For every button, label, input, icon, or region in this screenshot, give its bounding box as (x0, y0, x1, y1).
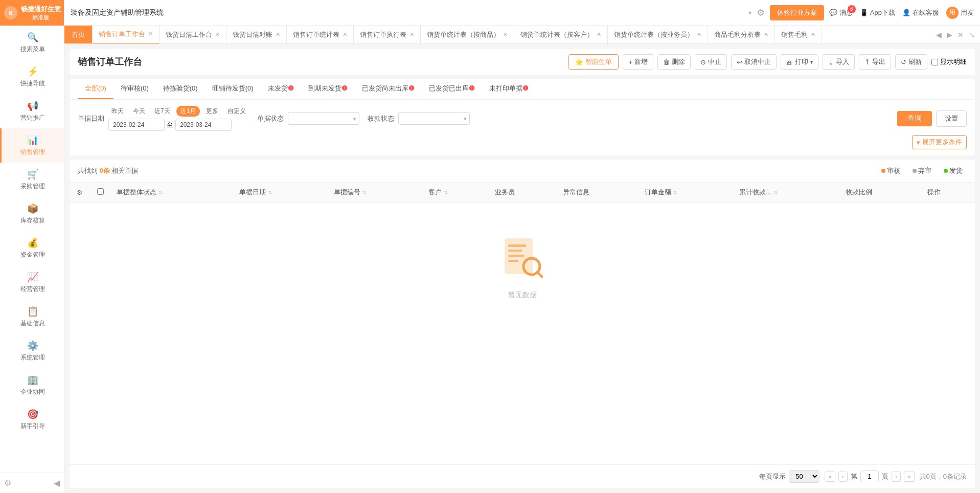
expand-conditions-btn[interactable]: ▾ 展开更多条件 (912, 135, 967, 149)
sidebar-item-operations[interactable]: 📈 经营管理 (0, 265, 64, 300)
status-select[interactable] (288, 112, 359, 125)
th-number-sort[interactable]: 单据编号 ⇅ (334, 188, 416, 197)
date-opt-1month[interactable]: 近1月 (176, 106, 200, 117)
settings-bottom-btn[interactable]: ⚙ (4, 478, 11, 488)
cancel-action-btn[interactable]: 弃审 (908, 165, 936, 177)
tab-cash-reconcile[interactable]: 钱货日清对账 ✕ (226, 26, 287, 44)
tab-cash-daily-workbench[interactable]: 钱货日清工作台 ✕ (159, 26, 226, 44)
smart-create-btn[interactable]: ⭐ 智能生单 (568, 54, 619, 70)
tab-sales-execute[interactable]: 销售订单执行表 ✕ (354, 26, 421, 44)
sidebar-item-inventory[interactable]: 📦 库存核算 (0, 197, 64, 231)
sidebar-item-purchase[interactable]: 🛒 采购管理 (0, 163, 64, 197)
sidebar-item-quick-nav[interactable]: ⚡ 快捷导航 (0, 60, 64, 94)
online-service-btn[interactable]: 👤 在线客服 (902, 8, 939, 17)
filter-tab-no-deliver[interactable]: 未发货❶ (261, 79, 301, 99)
filter-tab-all[interactable]: 全部(0) (78, 79, 113, 99)
tabs-close-current-btn[interactable]: ✕ (955, 29, 966, 41)
collapse-btn[interactable]: ◀ (54, 478, 60, 488)
sidebar-item-finance[interactable]: 💰 资金管理 (0, 231, 64, 265)
next-page-btn[interactable]: › (892, 472, 901, 482)
filter-tab-pending-audit[interactable]: 待审核(0) (113, 79, 156, 99)
industry-btn[interactable]: 体验行业方案 (770, 5, 824, 20)
app-download-btn[interactable]: 📱 App下载 (860, 8, 895, 17)
tab-2-close-icon[interactable]: ✕ (276, 31, 280, 38)
tab-7-close-icon[interactable]: ✕ (697, 31, 701, 38)
date-opt-yesterday[interactable]: 昨天 (108, 106, 127, 117)
date-opt-7days[interactable]: 近7天 (151, 106, 173, 117)
th-collected-sort[interactable]: 累计收款... ⇅ (739, 188, 833, 197)
tab-home[interactable]: 首页 (64, 26, 93, 44)
th-checkbox[interactable] (90, 183, 110, 203)
refresh-btn[interactable]: ↺ 刷新 (895, 54, 927, 70)
system-title-dropdown[interactable]: ▾ (748, 9, 751, 16)
query-btn[interactable]: 查询 (897, 111, 932, 126)
th-amount-sort[interactable]: 订单金额 ⇅ (645, 188, 727, 197)
stop-btn[interactable]: ⊙ 中止 (695, 54, 727, 70)
tab-8-close-icon[interactable]: ✕ (764, 31, 768, 38)
filter-tab-pending-pick[interactable]: 待拣验货(0) (156, 79, 205, 99)
th-customer-sort[interactable]: 客户 ⇅ (428, 188, 483, 197)
show-detail-label[interactable]: 显示明细 (931, 57, 967, 66)
message-btn[interactable]: 💬 消息 6 (829, 8, 853, 17)
tab-0-label: 销售订单工作台 (99, 30, 145, 39)
tab-0-close-icon[interactable]: ✕ (148, 31, 153, 37)
tab-gross-margin[interactable]: 商品毛利分析表 ✕ (708, 26, 775, 44)
th-date-sort[interactable]: 单据日期 ⇅ (239, 188, 322, 197)
sidebar-item-enterprise[interactable]: 🏢 企业协同 (0, 368, 64, 402)
tab-6-close-icon[interactable]: ✕ (597, 31, 601, 38)
sidebar-item-basic-info[interactable]: 📋 基础信息 (0, 300, 64, 334)
tab-3-close-icon[interactable]: ✕ (343, 31, 347, 38)
last-page-btn[interactable]: » (904, 472, 915, 482)
tabs-nav: ◀ ▶ ✕ ⤡ (931, 29, 980, 41)
sidebar-item-marketing[interactable]: 📢 营销推广 (0, 94, 64, 128)
filter-tab-delivered-not-out[interactable]: 已发货尚未出库❶ (355, 79, 422, 99)
page-number-input[interactable] (860, 470, 879, 482)
payment-select[interactable] (398, 112, 470, 125)
per-page-select[interactable]: 10 20 50 100 (789, 470, 819, 483)
tab-sales-salesperson[interactable]: 销货单统计表（按业务员） ✕ (608, 26, 708, 44)
user-btn[interactable]: 用 用友 (946, 7, 974, 19)
first-page-btn[interactable]: « (825, 472, 835, 482)
date-opt-today[interactable]: 今天 (130, 106, 148, 117)
print-btn[interactable]: 🖨 打印 ▾ (781, 54, 818, 70)
filter-tab-no-print[interactable]: 未打印单据❶ (482, 79, 536, 99)
th-status-sort[interactable]: 单据整体状态 ⇅ (117, 188, 227, 197)
sidebar-item-system[interactable]: ⚙️ 系统管理 (0, 334, 64, 368)
cancel-stop-btn[interactable]: ↩ 取消中止 (731, 54, 777, 70)
import-btn[interactable]: ⤓ 导入 (823, 54, 855, 70)
tab-sales-stats[interactable]: 销售订单统计表 ✕ (287, 26, 354, 44)
prev-page-btn[interactable]: ‹ (838, 472, 848, 482)
delete-btn[interactable]: 🗑 删除 (657, 54, 691, 70)
sidebar-item-search[interactable]: 🔍 搜索菜单 (0, 26, 64, 60)
export-btn[interactable]: ⤒ 导出 (859, 54, 891, 70)
tab-5-close-icon[interactable]: ✕ (503, 31, 508, 38)
sidebar-item-guide[interactable]: 🎯 新手引导 (0, 402, 64, 437)
date-opt-custom[interactable]: 自定义 (224, 106, 249, 117)
topbar-settings-icon[interactable]: ⚙ (757, 7, 765, 18)
th-settings[interactable]: ⚙ (70, 183, 90, 203)
filter-tab-wangpu-deliver[interactable]: 旺铺待发货(0) (205, 79, 261, 99)
show-detail-checkbox[interactable] (931, 59, 938, 65)
select-all-checkbox[interactable] (97, 188, 104, 195)
tabs-next-btn[interactable]: ▶ (945, 29, 954, 41)
tab-sales-order-workbench[interactable]: 销售订单工作台 ✕ (93, 26, 159, 44)
tab-9-close-icon[interactable]: ✕ (811, 31, 815, 38)
date-opt-more[interactable]: 更多 (203, 106, 221, 117)
tabs-maximize-btn[interactable]: ⤡ (967, 29, 977, 41)
tabs-prev-btn[interactable]: ◀ (934, 29, 944, 41)
date-from-input[interactable] (108, 119, 165, 131)
tab-sales-goods[interactable]: 销货单统计表（按商品） ✕ (421, 26, 514, 44)
deliver-action-btn[interactable]: 发货 (940, 165, 967, 177)
sidebar-item-sales[interactable]: 📊 销售管理 (0, 128, 64, 163)
tab-1-close-icon[interactable]: ✕ (215, 31, 220, 38)
tab-4-close-icon[interactable]: ✕ (409, 31, 414, 38)
filter-tab-delivered-out[interactable]: 已发货已出库❶ (422, 79, 482, 99)
add-btn[interactable]: + 新增 (623, 54, 653, 70)
th-collected-sort-icon: ⇅ (773, 190, 778, 195)
audit-action-btn[interactable]: 审核 (877, 165, 904, 177)
set-btn[interactable]: 设置 (936, 110, 967, 127)
date-to-input[interactable] (175, 119, 232, 131)
tab-sales-customer[interactable]: 销货单统计表（按客户） ✕ (514, 26, 608, 44)
tab-sales-margin[interactable]: 销售毛利 ✕ (775, 26, 822, 44)
filter-tab-overdue-deliver[interactable]: 到期未发货❶ (301, 79, 355, 99)
